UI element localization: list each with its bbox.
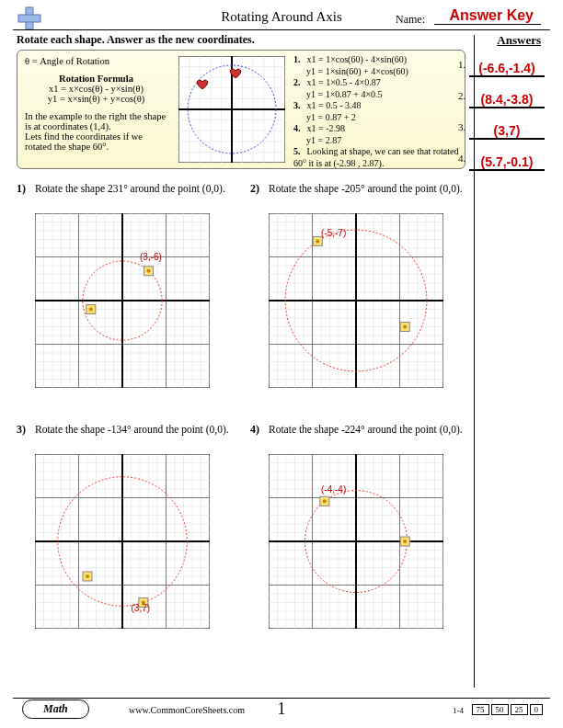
- shape-icon: [86, 305, 96, 314]
- problem-graph: (-5,-7): [269, 213, 443, 388]
- answer-line: (8.4,-3.8): [469, 90, 545, 108]
- name-label: Name:: [396, 13, 425, 27]
- worksheet-page: Rotating Around Axis Name: Answer Key Ro…: [0, 0, 563, 728]
- answer-row: 1.(-6.6,-1.4): [469, 59, 545, 77]
- example-step: 3. x1 = 0.5 - 3.48: [293, 100, 459, 112]
- example-step-line2: y1 = 1×sin(60) + 4×cos(60): [293, 66, 459, 78]
- problem-graph: (3,7): [35, 454, 210, 629]
- answer-number: 3.: [458, 121, 465, 132]
- shape-icon: [400, 537, 409, 546]
- svg-point-229: [403, 540, 407, 543]
- score-cell: 25: [511, 704, 528, 715]
- answer-row: 3.(3,7): [469, 121, 545, 140]
- example-blurb-1: In the example to the right the shape is…: [25, 111, 167, 131]
- coord-label: (-5,-7): [321, 228, 346, 238]
- answer-row: 4.(5.7,-0.1): [469, 153, 545, 171]
- example-step: 4. x1 = -2.98: [293, 123, 459, 135]
- answer-number: 1.: [458, 59, 465, 70]
- problem-graph: (-4,-4): [269, 454, 443, 629]
- coord-label: (3,7): [132, 603, 151, 613]
- shape-icon: [144, 267, 154, 276]
- name-line: [434, 24, 541, 25]
- svg-point-123: [316, 239, 319, 243]
- shape-icon: [400, 323, 409, 332]
- theta-definition: θ = Angle of Rotation: [25, 56, 167, 66]
- shape-icon: [320, 496, 329, 506]
- header-rule: [13, 29, 550, 30]
- svg-point-73: [89, 308, 93, 312]
- example-graph: [178, 56, 285, 163]
- score-cell: 75: [472, 704, 489, 715]
- example-steps: 1. x1 = 1×cos(60) - 4×sin(60)y1 = 1×sin(…: [293, 54, 459, 169]
- score-cell: 0: [530, 704, 544, 715]
- example-step: 5. Looking at shape, we can see that rot…: [293, 146, 459, 169]
- problem-text: Rotate the shape -205° around the point …: [269, 182, 471, 195]
- problem-number: 4): [250, 423, 259, 437]
- problem-text: Rotate the shape -224° around the point …: [269, 423, 471, 436]
- answer-number: 4.: [458, 153, 465, 164]
- formula-x: x1 = x×cos(θ) - y×sin(θ): [25, 84, 167, 94]
- answer-value: (-6.6,-1.4): [478, 61, 534, 75]
- answer-line: (5.7,-0.1): [469, 153, 545, 171]
- problem-number: 3): [17, 423, 26, 437]
- example-step-line2: y1 = 1×0.87 + 4×0.5: [293, 89, 459, 101]
- example-step: 2. x1 = 1×0.5 - 4×0.87: [293, 77, 459, 89]
- score-boxes: 7550250: [470, 702, 546, 717]
- problem-text: Rotate the shape 231° around the point (…: [35, 182, 237, 195]
- footer-rule: [13, 698, 550, 699]
- formula-y: y1 = x×sin(θ) + y×cos(θ): [25, 94, 167, 104]
- example-step-line2: y1 = 0.87 + 2: [293, 112, 459, 124]
- example-left: θ = Angle of Rotation Rotation Formula x…: [25, 56, 167, 152]
- shape-icon: [83, 572, 92, 581]
- formula-title: Rotation Formula: [59, 74, 133, 84]
- answer-value: (8.4,-3.8): [481, 92, 534, 107]
- svg-point-177: [86, 574, 89, 578]
- svg-point-125: [403, 325, 407, 329]
- answer-number: 2.: [458, 90, 465, 101]
- svg-point-71: [147, 269, 151, 273]
- example-box: θ = Angle of Rotation Rotation Formula x…: [17, 50, 465, 169]
- example-step: 1. x1 = 1×cos(60) - 4×sin(60): [293, 54, 459, 66]
- answers-heading: Answers: [497, 33, 541, 48]
- answer-row: 2.(8.4,-3.8): [469, 90, 545, 108]
- problem-text: Rotate the shape -134° around the point …: [35, 423, 237, 436]
- answer-key-label: Answer Key: [449, 7, 534, 24]
- problem-number: 1): [17, 182, 26, 196]
- shape-icon: [313, 236, 322, 245]
- problem-number: 2): [250, 182, 259, 196]
- svg-point-227: [323, 499, 327, 503]
- answer-value: (5.7,-0.1): [481, 154, 534, 169]
- coord-label: (-4,-4): [321, 484, 346, 495]
- answer-value: (3,7): [494, 123, 521, 138]
- score-range: 1-4: [453, 706, 464, 715]
- problem-graph: (3,-6): [35, 213, 210, 388]
- instructions: Rotate each shape. Answer as the new coo…: [17, 33, 255, 47]
- score-cell: 50: [491, 704, 509, 715]
- example-step-line2: y1 = 2.87: [293, 135, 459, 147]
- coord-label: (3,-6): [140, 252, 162, 262]
- answer-line: (-6.6,-1.4): [469, 59, 545, 77]
- answer-line: (3,7): [469, 121, 545, 140]
- example-blurb-2: Lets find the coordinates if we rotated …: [25, 131, 167, 152]
